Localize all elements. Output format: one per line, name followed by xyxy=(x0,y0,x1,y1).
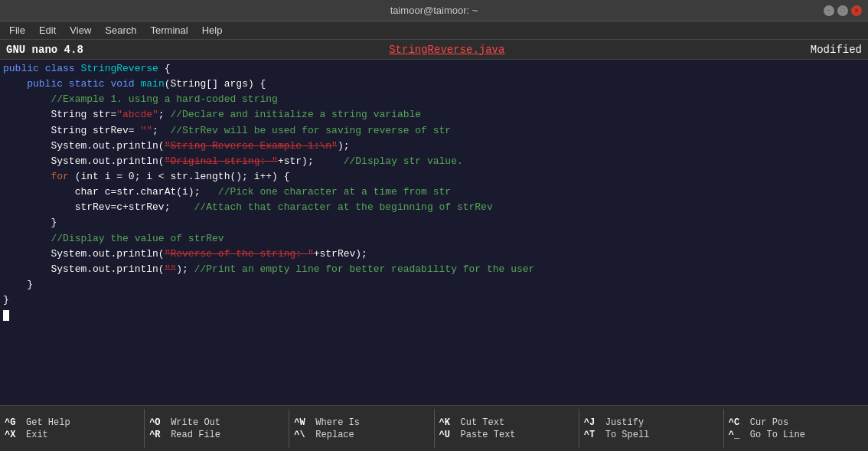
code-line-17: } xyxy=(0,292,868,308)
shortcut-group-5: ^J Justify ^T To Spell xyxy=(579,406,723,451)
shortcut-key-j: ^J xyxy=(584,417,605,428)
code-line-1: public class StringReverse { xyxy=(0,61,868,77)
shortcut-read-file[interactable]: ^R Read File xyxy=(145,429,289,441)
minimize-button[interactable]: – xyxy=(824,5,834,16)
shortcut-label-replace: Replace xyxy=(315,430,354,440)
shortcut-justify[interactable]: ^J Justify xyxy=(579,417,723,429)
shortcut-label-read-file: Read File xyxy=(171,430,220,440)
shortcut-key-c: ^C xyxy=(729,417,750,428)
shortcut-key-r: ^R xyxy=(149,430,171,440)
shortcut-label-get-help: Get Help xyxy=(26,417,70,428)
code-line-18 xyxy=(0,308,868,323)
shortcut-label-exit: Exit xyxy=(26,430,48,440)
close-button[interactable]: ✕ xyxy=(851,5,862,16)
shortcut-cut-text[interactable]: ^K Cut Text xyxy=(435,417,579,429)
shortcuts-bar: ^G Get Help ^X Exit ^O Write Out ^R Read… xyxy=(0,405,868,451)
code-line-4: String str="abcde"; //Declare and initia… xyxy=(0,107,868,123)
menu-bar: File Edit View Search Terminal Help xyxy=(0,21,868,40)
shortcut-key-u: ^U xyxy=(439,430,461,440)
shortcut-label-cut-text: Cut Text xyxy=(461,417,505,428)
shortcut-exit[interactable]: ^X Exit xyxy=(0,429,144,441)
title-text: taimoor@taimoor: ~ xyxy=(390,5,478,16)
code-line-13: //Display the value of strRev xyxy=(0,231,868,247)
filename: StringReverse.java xyxy=(389,44,504,56)
shortcut-key-underscore: ^_ xyxy=(729,430,750,440)
shortcut-key-backslash: ^\ xyxy=(294,430,315,440)
shortcut-key-g: ^G xyxy=(5,417,26,428)
code-line-6: System.out.println("String Reverse Examp… xyxy=(0,139,868,154)
code-line-14: System.out.println("Reverse of the strin… xyxy=(0,247,868,262)
title-bar: taimoor@taimoor: ~ – □ ✕ xyxy=(0,0,868,21)
shortcut-key-k: ^K xyxy=(439,417,461,428)
nano-version: GNU nano 4.8 xyxy=(6,44,83,56)
menu-search[interactable]: Search xyxy=(99,23,142,38)
code-line-15: System.out.println(""); //Print an empty… xyxy=(0,262,868,277)
code-line-2: public static void main(String[] args) { xyxy=(0,77,868,92)
code-line-5: String strRev= ""; //StrRev will be used… xyxy=(0,123,868,139)
shortcut-key-t: ^T xyxy=(584,430,605,440)
window-controls: – □ ✕ xyxy=(824,5,862,16)
menu-help[interactable]: Help xyxy=(196,23,229,38)
modified-status: Modified xyxy=(811,44,862,56)
shortcut-write-out[interactable]: ^O Write Out xyxy=(145,417,289,429)
shortcut-where-is[interactable]: ^W Where Is xyxy=(289,417,433,429)
code-line-7: System.out.println("Original string: "+s… xyxy=(0,154,868,169)
shortcut-paste-text[interactable]: ^U Paste Text xyxy=(435,429,579,441)
code-line-10: strRev=c+strRev; //Attach that character… xyxy=(0,200,868,215)
shortcut-key-x: ^X xyxy=(5,430,26,440)
shortcut-label-cur-pos: Cur Pos xyxy=(750,417,788,428)
nano-header: GNU nano 4.8 StringReverse.java Modified xyxy=(0,40,868,60)
shortcut-to-spell[interactable]: ^T To Spell xyxy=(579,429,723,441)
shortcut-get-help[interactable]: ^G Get Help xyxy=(0,417,144,429)
shortcut-cur-pos[interactable]: ^C Cur Pos xyxy=(724,417,868,429)
menu-terminal[interactable]: Terminal xyxy=(145,23,194,38)
menu-edit[interactable]: Edit xyxy=(33,23,62,38)
shortcut-replace[interactable]: ^\ Replace xyxy=(289,429,433,441)
shortcut-group-3: ^W Where Is ^\ Replace xyxy=(289,406,433,451)
shortcut-go-to-line[interactable]: ^_ Go To Line xyxy=(724,429,868,441)
code-line-8: for (int i = 0; i < str.length(); i++) { xyxy=(0,169,868,185)
shortcut-label-to-spell: To Spell xyxy=(605,430,650,440)
code-line-9: char c=str.charAt(i); //Pick one charact… xyxy=(0,185,868,200)
shortcut-key-w: ^W xyxy=(294,417,315,428)
shortcut-label-write-out: Write Out xyxy=(171,417,220,428)
shortcut-group-2: ^O Write Out ^R Read File xyxy=(145,406,289,451)
code-line-11: } xyxy=(0,215,868,230)
menu-view[interactable]: View xyxy=(64,23,97,38)
shortcut-group-1: ^G Get Help ^X Exit xyxy=(0,406,144,451)
menu-file[interactable]: File xyxy=(3,23,31,38)
shortcut-group-4: ^K Cut Text ^U Paste Text xyxy=(435,406,579,451)
shortcut-key-o: ^O xyxy=(149,417,171,428)
maximize-button[interactable]: □ xyxy=(837,5,848,16)
code-line-3: //Example 1. using a hard-coded string xyxy=(0,92,868,107)
shortcut-label-justify: Justify xyxy=(605,417,644,428)
editor-area[interactable]: public class StringReverse { public stat… xyxy=(0,60,868,405)
shortcut-label-paste-text: Paste Text xyxy=(461,430,516,440)
shortcut-label-where-is: Where Is xyxy=(315,417,360,428)
code-line-16: } xyxy=(0,277,868,292)
shortcut-label-go-to-line: Go To Line xyxy=(750,430,805,440)
shortcut-group-6: ^C Cur Pos ^_ Go To Line xyxy=(724,406,868,451)
